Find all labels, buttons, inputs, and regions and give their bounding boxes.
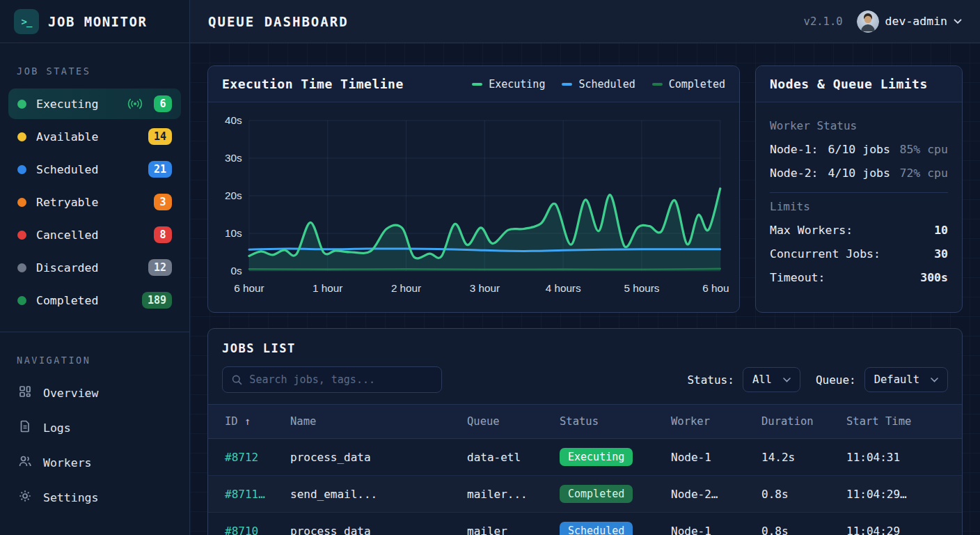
column-header-worker[interactable]: Worker [663, 405, 753, 439]
limit-label: Concurrent Jobs: [770, 247, 880, 261]
count-badge: 12 [148, 259, 172, 276]
nav-label: Overview [43, 387, 98, 400]
count-badge: 21 [148, 161, 172, 178]
legend-swatch-icon [562, 83, 572, 86]
timeline-chart-svg: 40s30s20s10s0s6 hour1 hour2 hour3 hour4 … [215, 111, 729, 304]
job-start-time: 11:04:29… [838, 476, 962, 513]
job-worker: Node-1 [663, 439, 753, 476]
job-duration: 0.8s [753, 476, 838, 513]
column-header-id[interactable]: ID ↑ [208, 405, 282, 439]
count-badge: 14 [148, 128, 172, 145]
state-label: Cancelled [36, 228, 98, 242]
job-id-link[interactable]: #8710 [208, 513, 282, 535]
search-box[interactable] [222, 366, 442, 393]
sidebar-item-retryable[interactable]: Retryable 3 [8, 187, 181, 217]
job-queue: data-etl [459, 439, 551, 476]
nodes-queue-limits-card: Nodes & Queue Limits Worker Status Node-… [755, 65, 963, 313]
legend-swatch-icon [652, 83, 663, 86]
status-filter-select[interactable]: All [743, 367, 800, 392]
column-header-status[interactable]: Status [551, 405, 663, 439]
worker-status-heading: Worker Status [770, 119, 948, 132]
limits-heading: Limits [770, 200, 948, 213]
column-header-start-time[interactable]: Start Time [838, 405, 962, 439]
svg-text:30s: 30s [225, 152, 242, 164]
chevron-down-icon [783, 378, 791, 382]
chart-title: Execution Time Timeline [222, 77, 404, 91]
app-root: >_ JOB MONITOR JOB STATES Executing 6 [0, 0, 980, 535]
svg-text:20s: 20s [225, 189, 242, 201]
grid-icon [18, 385, 32, 401]
search-input[interactable] [249, 373, 433, 386]
node-cpu: 72% cpu [899, 166, 948, 180]
search-icon [231, 373, 242, 386]
table-row[interactable]: #8710 process_data mailer Scheduled Node… [208, 513, 962, 535]
sidebar-item-discarded[interactable]: Discarded 12 [8, 252, 181, 283]
state-label: Scheduled [36, 163, 98, 176]
sidebar-item-overview[interactable]: Overview [0, 375, 189, 410]
sidebar-item-completed[interactable]: Completed 189 [8, 285, 181, 316]
gear-icon [18, 489, 32, 506]
app-title: JOB MONITOR [48, 14, 147, 29]
sidebar-item-available[interactable]: Available 14 [8, 121, 181, 152]
timeline-chart: 40s30s20s10s0s6 hour1 hour2 hour3 hour4 … [208, 102, 739, 307]
legend-executing: Executing [472, 78, 545, 91]
table-row[interactable]: #8711… send_email... mailer... Completed… [208, 476, 962, 513]
limit-row: Concurrent Jobs: 30 [770, 247, 948, 261]
sidebar-item-logs[interactable]: Logs [0, 410, 189, 445]
sidebar-item-executing[interactable]: Executing 6 [8, 88, 181, 119]
job-id-link[interactable]: #8712 [208, 439, 282, 476]
status-badge: Completed [560, 485, 633, 503]
terminal-icon: >_ [14, 9, 39, 34]
limit-row: Timeout: 300s [770, 271, 948, 284]
scheduled-dot-icon [17, 165, 26, 174]
nav-label: Workers [43, 456, 92, 470]
username: dev-admin [885, 15, 947, 28]
limit-row: Max Workers: 10 [770, 224, 948, 237]
sidebar-item-cancelled[interactable]: Cancelled 8 [8, 219, 181, 250]
jobs-list-title: JOBS LIST [222, 341, 948, 355]
svg-text:40s: 40s [225, 114, 242, 126]
job-worker: Node-1 [663, 513, 753, 535]
table-header-row: ID ↑ Name Queue Status Worker Duration S… [208, 405, 962, 439]
page-title: QUEUE DASHBOARD [208, 14, 349, 29]
chevron-down-icon [954, 19, 962, 24]
svg-text:1 hour: 1 hour [313, 282, 342, 294]
live-pulse-icon [126, 98, 144, 110]
limit-value: 30 [934, 247, 948, 261]
svg-text:0s: 0s [231, 265, 243, 277]
legend-scheduled: Scheduled [562, 78, 635, 91]
svg-text:2 hour: 2 hour [391, 282, 421, 294]
node-jobs: 4/10 jobs [828, 166, 890, 180]
sidebar-divider [0, 332, 189, 332]
column-header-name[interactable]: Name [282, 405, 459, 439]
content: Execution Time Timeline Executing Schedu… [190, 43, 980, 535]
state-label: Discarded [36, 261, 98, 274]
svg-text:6 hours: 6 hours [702, 282, 729, 294]
avatar [857, 10, 879, 33]
queue-filter-select[interactable]: Default [864, 367, 948, 392]
node-name: Node-1: [770, 143, 819, 156]
job-duration: 14.2s [753, 439, 838, 476]
job-queue: mailer... [459, 476, 551, 513]
queue-filter-value: Default [874, 373, 919, 386]
column-header-queue[interactable]: Queue [459, 405, 551, 439]
discarded-dot-icon [17, 263, 26, 272]
job-id-link[interactable]: #8711… [208, 476, 282, 513]
status-badge: Scheduled [560, 522, 633, 535]
sidebar-item-scheduled[interactable]: Scheduled 21 [8, 154, 181, 185]
svg-text:5 hours: 5 hours [624, 282, 659, 294]
chevron-down-icon [931, 378, 938, 382]
sidebar: >_ JOB MONITOR JOB STATES Executing 6 [0, 0, 190, 535]
sidebar-item-settings[interactable]: Settings [0, 480, 189, 515]
column-header-duration[interactable]: Duration [753, 405, 838, 439]
limit-label: Max Workers: [770, 224, 853, 237]
version-badge: v2.1.0 [804, 15, 843, 28]
cancelled-dot-icon [17, 231, 26, 240]
user-menu[interactable]: dev-admin [857, 10, 962, 33]
job-duration: 0.8s [753, 513, 838, 535]
limit-label: Timeout: [770, 271, 825, 284]
svg-text:4 hours: 4 hours [546, 282, 581, 294]
sidebar-item-workers[interactable]: Workers [0, 445, 189, 480]
table-row[interactable]: #8712 process_data data-etl Executing No… [208, 439, 962, 476]
state-label: Completed [36, 294, 98, 307]
